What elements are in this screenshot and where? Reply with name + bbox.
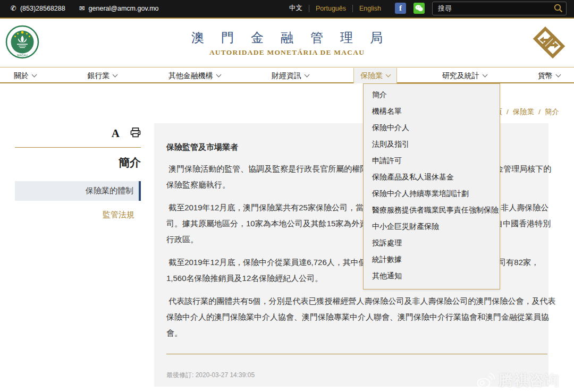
page: ✆ (853)28568288 ✉ general@amcm.gov.mo 中文… bbox=[0, 0, 574, 392]
site-title: 澳 門 金 融 管 理 局 AUTORIDADE MONETÁRIA DE MA… bbox=[0, 29, 574, 57]
main-nav: 關於銀行業其他金融機構財經資訊保險業研究及統計貨幣 bbox=[0, 68, 574, 83]
wechat-icon[interactable] bbox=[413, 3, 425, 14]
nav-item-label: 其他金融機構 bbox=[168, 71, 213, 81]
breadcrumb-item-2[interactable]: 簡介 bbox=[545, 108, 559, 116]
language-switcher: 中文PortuguêsEnglish bbox=[283, 4, 387, 13]
nav-item-label: 關於 bbox=[14, 71, 29, 81]
nav-item-5[interactable]: 研究及統計 bbox=[436, 68, 493, 83]
email-address: general@amcm.gov.mo bbox=[89, 5, 159, 12]
phone-link[interactable]: ✆ (853)28568288 bbox=[11, 4, 65, 12]
search-box bbox=[432, 2, 567, 15]
top-bar: ✆ (853)28568288 ✉ general@amcm.gov.mo 中文… bbox=[0, 0, 574, 19]
dropdown-item-1[interactable]: 機構名單 bbox=[364, 103, 500, 120]
paragraph-line: 會。 bbox=[166, 325, 547, 341]
paragraph-3: 代表該行業的團體共有5個，分別是代表已獲授權經營人壽保險公司及非人壽保險公司的澳… bbox=[166, 293, 547, 341]
nav-item-label: 貨幣 bbox=[538, 71, 553, 81]
chevron-down-icon bbox=[216, 72, 221, 78]
phone-number: (853)28568288 bbox=[20, 5, 65, 12]
search-input[interactable] bbox=[432, 2, 567, 15]
chevron-down-icon bbox=[113, 72, 118, 78]
nav-item-label: 銀行業 bbox=[87, 71, 109, 81]
sidebar-item-0[interactable]: 保險業的體制 bbox=[15, 181, 141, 201]
nav-item-1[interactable]: 銀行業 bbox=[81, 68, 123, 83]
mail-icon: ✉ bbox=[79, 4, 85, 12]
site-title-zh: 澳 門 金 融 管 理 局 bbox=[0, 29, 574, 46]
nav-item-4[interactable]: 保險業 bbox=[353, 68, 397, 83]
dropdown-item-3[interactable]: 法則及指引 bbox=[364, 136, 500, 152]
sidebar-menu: 保險業的體制監管法規 bbox=[15, 181, 141, 225]
email-link[interactable]: ✉ general@amcm.gov.mo bbox=[79, 4, 159, 12]
dropdown-item-9[interactable]: 投訴處理 bbox=[364, 235, 500, 251]
dropdown-item-4[interactable]: 申請許可 bbox=[364, 152, 500, 169]
chevron-down-icon bbox=[305, 72, 310, 78]
language-option-2[interactable]: English bbox=[352, 5, 387, 12]
site-title-pt: AUTORIDADE MONETÁRIA DE MACAU bbox=[0, 48, 574, 57]
dropdown-item-8[interactable]: 中小企巨災財產保險 bbox=[364, 218, 500, 235]
language-option-0[interactable]: 中文 bbox=[283, 4, 309, 13]
nav-item-label: 財經資訊 bbox=[272, 71, 301, 81]
breadcrumb-item-1[interactable]: 保險業 bbox=[513, 108, 535, 116]
dropdown-item-7[interactable]: 醫療服務提供者職業民事責任強制保險 bbox=[364, 202, 500, 218]
dropdown-item-5[interactable]: 保險產品及私人退休基金 bbox=[364, 169, 500, 185]
chevron-down-icon bbox=[32, 72, 37, 78]
nav-item-label: 研究及統計 bbox=[442, 71, 479, 81]
wechat-glyph bbox=[415, 5, 423, 12]
paragraph-line: 保險中介人的澳門保險業中介人協會、澳門保險專業中介人聯會、澳門保險中介行業協會和… bbox=[166, 309, 547, 325]
sidebar-divider bbox=[15, 147, 141, 148]
breadcrumb-separator: / bbox=[507, 108, 509, 116]
page-tools: A bbox=[15, 127, 141, 140]
nav-item-0[interactable]: 關於 bbox=[7, 68, 43, 83]
nav-item-6[interactable]: 貨幣 bbox=[531, 68, 567, 83]
insurance-dropdown-menu: 簡介機構名單保險中介人法則及指引申請許可保險產品及私人退休基金保險中介人持續專業… bbox=[363, 83, 500, 289]
breadcrumb-separator: / bbox=[538, 108, 541, 116]
dropdown-item-0[interactable]: 簡介 bbox=[364, 87, 500, 103]
phone-icon: ✆ bbox=[11, 4, 16, 12]
font-size-button[interactable]: A bbox=[112, 128, 120, 139]
amcm-logo bbox=[533, 26, 565, 61]
sidebar-section-title: 簡介 bbox=[15, 155, 141, 170]
search-icon[interactable] bbox=[554, 4, 563, 14]
chevron-down-icon bbox=[482, 72, 487, 78]
content-divider bbox=[166, 354, 547, 354]
nav-item-2[interactable]: 其他金融機構 bbox=[162, 68, 227, 83]
chevron-down-icon bbox=[386, 72, 391, 78]
dropdown-item-6[interactable]: 保險中介人持續專業培訓計劃 bbox=[364, 185, 500, 202]
sidebar-item-1[interactable]: 監管法規 bbox=[15, 205, 141, 225]
dropdown-item-10[interactable]: 統計數據 bbox=[364, 251, 500, 268]
dropdown-item-11[interactable]: 其他通知 bbox=[364, 268, 500, 284]
language-option-1[interactable]: Português bbox=[309, 5, 352, 12]
last-modified: 最後修訂: 2020-03-27 14:39:05 bbox=[166, 371, 547, 380]
chevron-down-icon bbox=[556, 72, 561, 78]
paragraph-line: 代表該行業的團體共有5個，分別是代表已獲授權經營人壽保險公司及非人壽保險公司的澳… bbox=[166, 293, 547, 309]
print-button[interactable] bbox=[130, 127, 141, 140]
dropdown-item-2[interactable]: 保險中介人 bbox=[364, 120, 500, 136]
facebook-icon[interactable]: f bbox=[395, 3, 406, 14]
nav-item-3[interactable]: 財經資訊 bbox=[265, 68, 315, 83]
site-header: MACAU 澳 門 金 融 管 理 局 AUTORIDADE MONETÁRIA… bbox=[0, 19, 574, 67]
nav-item-label: 保險業 bbox=[360, 71, 383, 81]
